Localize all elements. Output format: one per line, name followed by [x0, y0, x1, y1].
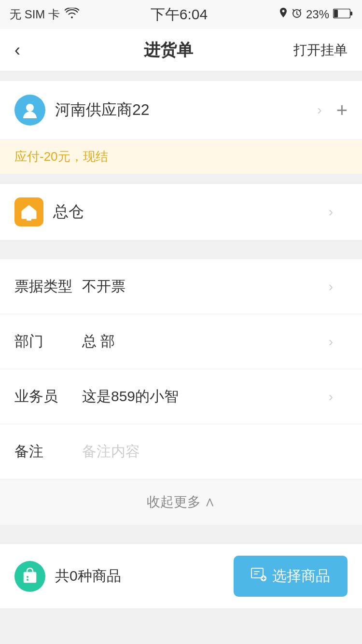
- svg-rect-7: [24, 572, 36, 583]
- ticket-type-chevron-icon: ›: [329, 279, 333, 294]
- add-button[interactable]: +: [336, 99, 348, 121]
- alarm-icon: [292, 8, 302, 21]
- warehouse-icon: [14, 197, 43, 226]
- department-row[interactable]: 部门 总 部 ›: [0, 314, 362, 369]
- supplier-name: 河南供应商22: [55, 99, 317, 121]
- back-button[interactable]: ‹: [14, 40, 43, 60]
- salesperson-label: 业务员: [14, 387, 82, 406]
- svg-rect-11: [30, 579, 35, 580]
- top-divider: [0, 71, 362, 81]
- collapse-label: 收起更多 ∧: [147, 494, 216, 509]
- product-icon: [14, 561, 45, 592]
- select-product-label: 选择商品: [272, 566, 330, 586]
- svg-rect-2: [350, 12, 352, 15]
- salesperson-value: 这是859的小智: [82, 387, 329, 406]
- form-section: 票据类型 不开票 › 部门 总 部 › 业务员 这是859的小智 › 备注 备注…: [0, 259, 362, 479]
- carrier-text: 无 SIM 卡: [10, 7, 60, 22]
- battery-text: 23%: [306, 8, 329, 21]
- supplier-row[interactable]: 河南供应商22 › +: [0, 81, 362, 140]
- svg-point-4: [26, 104, 34, 112]
- status-right: 23%: [279, 8, 352, 21]
- svg-point-10: [27, 579, 28, 581]
- status-time: 下午6:04: [151, 5, 208, 25]
- page-title: 进货单: [144, 39, 193, 61]
- warehouse-chevron-icon: ›: [329, 204, 333, 220]
- salesperson-chevron-icon: ›: [329, 389, 333, 405]
- product-count: 共0种商品: [55, 566, 234, 586]
- supplier-chevron-icon: ›: [317, 102, 321, 118]
- department-chevron-icon: ›: [329, 334, 333, 350]
- remark-input[interactable]: 备注内容: [82, 442, 348, 462]
- supplier-avatar: [14, 95, 45, 126]
- department-label: 部门: [14, 332, 82, 351]
- warehouse-name: 总仓: [53, 201, 329, 223]
- salesperson-row[interactable]: 业务员 这是859的小智 ›: [0, 369, 362, 424]
- warehouse-section: 总仓 ›: [0, 184, 362, 240]
- svg-point-8: [27, 576, 28, 578]
- collapse-toggle[interactable]: 收起更多 ∧: [0, 479, 362, 525]
- svg-rect-6: [28, 213, 30, 216]
- ticket-type-row[interactable]: 票据类型 不开票 ›: [0, 259, 362, 314]
- location-icon: [279, 8, 288, 21]
- nav-bar: ‹ 进货单 打开挂单: [0, 29, 362, 71]
- remark-label: 备注: [14, 442, 82, 462]
- svg-rect-9: [30, 576, 35, 577]
- battery-icon: [333, 8, 352, 21]
- open-hangorder-button[interactable]: 打开挂单: [293, 41, 348, 59]
- status-left: 无 SIM 卡: [10, 7, 79, 22]
- svg-rect-12: [251, 568, 263, 578]
- svg-rect-3: [334, 10, 338, 17]
- ticket-type-label: 票据类型: [14, 277, 82, 296]
- middle-divider1: [0, 174, 362, 184]
- notice-bar: 应付-20元，现结: [0, 140, 362, 174]
- select-product-icon: [251, 568, 266, 585]
- notice-text: 应付-20元，现结: [14, 149, 108, 164]
- status-bar: 无 SIM 卡 下午6:04 23%: [0, 0, 362, 29]
- remark-row[interactable]: 备注 备注内容: [0, 424, 362, 479]
- middle-divider2: [0, 240, 362, 250]
- select-product-button[interactable]: 选择商品: [234, 556, 348, 597]
- bottom-divider: [0, 525, 362, 534]
- bottom-bar: 共0种商品 选择商品: [0, 544, 362, 608]
- warehouse-row[interactable]: 总仓 ›: [0, 184, 362, 240]
- department-value: 总 部: [82, 332, 329, 351]
- supplier-section: 河南供应商22 › + 应付-20元，现结: [0, 81, 362, 174]
- wifi-icon: [65, 8, 79, 21]
- ticket-type-value: 不开票: [82, 277, 329, 296]
